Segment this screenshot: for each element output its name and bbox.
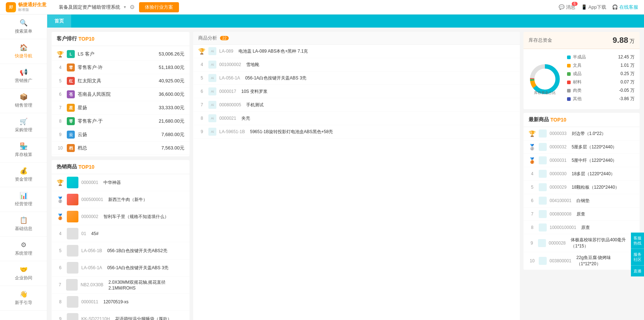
- ranking-item: 5 红 红太阳文具 40,925.00元: [52, 74, 189, 88]
- app-download-button[interactable]: 📱 App下载: [581, 4, 606, 11]
- marketing-icon: 📢: [20, 68, 28, 76]
- sidebar-label-inventory: 库存核算: [15, 152, 32, 158]
- legend-value: 12.45 万: [618, 54, 635, 60]
- product-code: 0000017: [219, 89, 236, 94]
- latest-products-header: 最新商品 TOP10: [523, 113, 640, 127]
- list-item: 🥉 0000031 5厘中纤（1220*2440）: [523, 154, 640, 167]
- legend-color: [567, 64, 571, 67]
- message-badge: 6: [572, 2, 578, 6]
- product-code: 0000002: [81, 214, 98, 219]
- product-thumbnail: [67, 228, 78, 239]
- sidebar-item-collab[interactable]: 🤝 企业协同: [0, 261, 47, 286]
- ranking-item: 9 云 云扬 7,680.00元: [52, 128, 189, 141]
- rank-number: 4: [57, 65, 64, 70]
- logo-sub: 标准版: [18, 7, 46, 12]
- product-code: KK-SD22110H: [81, 316, 110, 320]
- finance-icon: 💰: [20, 167, 28, 175]
- float-buttons: 客服 热线 服务 社区 直播: [631, 233, 644, 276]
- customer-badge: 苍: [67, 90, 75, 98]
- list-item: 8 Ai 0000021 夹壳: [193, 112, 520, 125]
- trial-button[interactable]: 体验行业方案: [139, 2, 179, 12]
- medal-gold-icon: 🏆: [198, 48, 205, 55]
- product-code: 0000021: [219, 116, 236, 121]
- product-code: LA-056-1A: [219, 75, 240, 81]
- product-code: 01: [81, 231, 86, 236]
- sidebar-item-nav[interactable]: 🏠 快捷导航: [0, 39, 47, 64]
- product-code: 001000002: [219, 62, 241, 67]
- medal-gold-icon: 🏆: [529, 130, 536, 137]
- product-code: 0000029: [550, 185, 567, 190]
- product-name: 封边带（1.0*22）: [572, 131, 606, 137]
- customer-amount: 7,563.00元: [161, 145, 184, 151]
- sidebar-item-system[interactable]: ⚙ 系统管理: [0, 237, 47, 261]
- rank-number: 5: [198, 75, 205, 81]
- float-btn-live[interactable]: 直播: [631, 266, 644, 276]
- float-btn-community[interactable]: 服务 社区: [631, 249, 644, 266]
- sidebar-item-management[interactable]: 📊 经营管理: [0, 187, 47, 212]
- app-icon: 📱: [581, 4, 587, 10]
- sidebar-label-management: 经营管理: [15, 201, 32, 207]
- product-thumb-small: [539, 183, 547, 191]
- customer-ranking-panel: 客户排行 TOP10 🏆 L LS 客户 53,006.26元 4 零 零售客户…: [52, 32, 189, 156]
- customer-amount: 33,333.00元: [159, 104, 184, 111]
- product-name: 雪地靴: [246, 62, 259, 68]
- sidebar-item-marketing[interactable]: 📢 营销推广: [0, 64, 47, 89]
- gear-icon[interactable]: ⚙: [130, 4, 135, 11]
- customer-amount: 53,006.26元: [159, 51, 184, 57]
- float-btn-hotline[interactable]: 客服 热线: [631, 233, 644, 249]
- online-service-label: 在线客服: [619, 4, 638, 11]
- customer-name: 零售客户·于: [78, 118, 156, 124]
- latest-top10-label: TOP10: [550, 117, 566, 123]
- inventory-chart-area: 库存资金占比 半成品 12.45 万 文具 1.01 万: [523, 49, 640, 109]
- list-item: 7 Ai 000800005 手机测试: [193, 98, 520, 112]
- sidebar-label-marketing: 营销推广: [15, 78, 32, 84]
- hot-products-panel: 热销商品 TOP10 🏆 0000001 中华神器 🥈 000500001 新西…: [52, 160, 189, 320]
- legend-value: 0.07 万: [620, 79, 635, 85]
- product-thumbnail: [67, 245, 78, 257]
- customer-badge: 红: [67, 77, 75, 85]
- search-icon: 🔍: [20, 19, 28, 27]
- product-thumb-small: [538, 239, 546, 247]
- online-service-button[interactable]: 🎧 在线客服: [612, 4, 638, 11]
- rank-number: 6: [57, 265, 64, 270]
- medal-bronze-icon: 🥉: [57, 213, 64, 220]
- hot-product-item: 7 NB2.0X30B 2.0X30MM双摇花轴,摇花直径2.1MM/ROHS: [52, 276, 189, 294]
- product-thumb-small: [539, 223, 547, 231]
- medal-silver-icon: 🥈: [57, 196, 64, 203]
- tab-home[interactable]: 首页: [47, 15, 71, 28]
- customer-top10-label: TOP10: [78, 36, 94, 42]
- product-thumb-small: Ai: [208, 74, 216, 82]
- sidebar: 🔍 搜索菜单 🏠 快捷导航 📢 营销推广 📦 销售管理 🛒 采购管理 🏪 库存核…: [0, 15, 47, 320]
- headset-icon: 🎧: [612, 4, 618, 10]
- logo-area: 好 畅捷通好生意 标准版: [6, 2, 53, 13]
- rank-number: 10: [529, 258, 536, 263]
- legend-color: [567, 56, 571, 59]
- sidebar-item-guide[interactable]: 👋 新手引导: [0, 286, 47, 311]
- community-label: 服务 社区: [633, 252, 641, 262]
- system-selector[interactable]: 装备及固定资产辅助管理系统 ▼: [59, 4, 127, 11]
- sidebar-item-basic-info[interactable]: 📋 基础信息: [0, 212, 47, 237]
- customer-amount: 21,680.00元: [159, 118, 184, 124]
- customer-badge: 档: [67, 144, 75, 152]
- list-item: 🏆 Ai LA-089 电池盖 LA-089 ABS本色+黑种 7.1克: [193, 45, 520, 58]
- rank-number: 4: [198, 62, 205, 67]
- hot-product-item: 5 LA-056-1B 056-1B白色按键开关壳ABS2壳: [52, 242, 189, 259]
- rank-number: 6: [57, 92, 64, 97]
- rank-number: 8: [198, 116, 205, 121]
- product-name: 中华神器: [103, 180, 121, 186]
- sidebar-item-purchase[interactable]: 🛒 采购管理: [0, 113, 47, 138]
- message-button[interactable]: 💬 消息 6: [559, 4, 575, 11]
- hot-product-item: 🥈 000500001 新西兰牛肉（新牛）: [52, 191, 189, 208]
- customer-ranking-title: 客户排行: [57, 36, 77, 42]
- left-column: 客户排行 TOP10 🏆 L LS 客户 53,006.26元 4 零 零售客户…: [52, 32, 189, 320]
- sidebar-item-inventory[interactable]: 🏪 库存核算: [0, 138, 47, 163]
- chart-label: 库存资金占比: [529, 90, 561, 95]
- latest-products-title: 最新商品: [529, 116, 549, 123]
- sidebar-item-sales[interactable]: 📦 销售管理: [0, 89, 47, 113]
- product-name: 手机测试: [246, 102, 264, 108]
- customer-name: 云扬: [78, 131, 158, 138]
- product-thumbnail: [67, 313, 78, 320]
- sidebar-item-search[interactable]: 🔍 搜索菜单: [0, 15, 47, 39]
- customer-amount: 51,183.00元: [159, 64, 184, 71]
- sidebar-item-finance[interactable]: 💰 资金管理: [0, 163, 47, 187]
